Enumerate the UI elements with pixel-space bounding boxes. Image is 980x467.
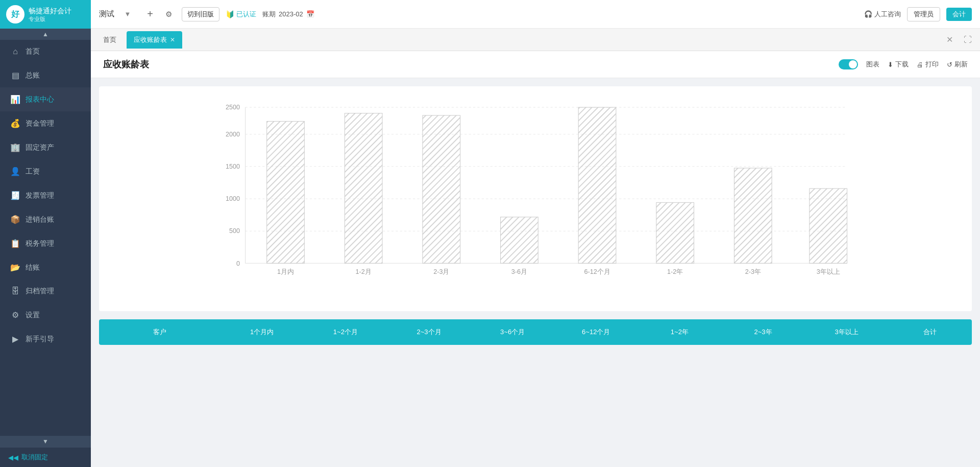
svg-text:2-3年: 2-3年 (745, 268, 761, 275)
sidebar-item-fund[interactable]: 💰 资金管理 (0, 111, 91, 135)
add-button[interactable]: + (143, 7, 157, 21)
shield-icon: 🔰 (226, 10, 234, 18)
sidebar-item-label: 进销台账 (26, 215, 54, 224)
sidebar-item-archive[interactable]: 🗄 归档管理 (0, 279, 91, 303)
sidebar-item-payroll[interactable]: 👤 工资 (0, 159, 91, 183)
svg-text:2000: 2000 (226, 131, 240, 138)
svg-text:2-3月: 2-3月 (433, 268, 449, 275)
sidebar-item-invoice[interactable]: 🧾 发票管理 (0, 183, 91, 207)
col-3plus: 3年以上 (805, 319, 889, 345)
sidebar-item-tax[interactable]: 📋 税务管理 (0, 231, 91, 255)
home-icon: ⌂ (10, 47, 20, 56)
sidebar-item-home[interactable]: ⌂ 首页 (0, 40, 91, 63)
print-label: 打印 (925, 60, 939, 69)
certified-text: 已认证 (236, 10, 256, 19)
sidebar-item-label: 首页 (26, 47, 40, 56)
chart-toggle-label: 图表 (866, 60, 879, 69)
svg-text:0: 0 (236, 260, 240, 267)
close-tool-button[interactable]: ✕ (942, 33, 957, 47)
print-icon: 🖨 (917, 61, 923, 68)
download-icon: ⬇ (888, 61, 893, 68)
refresh-button[interactable]: ↺ 刷新 (947, 60, 968, 69)
logo-icon: 好 (6, 5, 24, 24)
table-header: 客户 1个月内 1~2个月 2~3个月 3~6个月 6~12个月 1~2年 2~… (99, 319, 972, 345)
bar-1 (267, 121, 305, 263)
svg-text:6-12个月: 6-12个月 (584, 268, 610, 275)
svg-text:500: 500 (229, 227, 240, 235)
topbar: 测试 ▼ + ⚙ 切到旧版 🔰 已认证 账期 2023-02 📅 🎧 人工咨询 … (91, 0, 980, 29)
period-info: 账期 2023-02 📅 (262, 10, 314, 19)
guide-icon: ▶ (10, 334, 20, 344)
bar-7 (734, 168, 772, 263)
print-button[interactable]: 🖨 打印 (917, 60, 939, 69)
bar-5 (578, 107, 616, 263)
scroll-up-button[interactable]: ▲ (0, 29, 91, 40)
topbar-actions: + ⚙ (143, 7, 176, 21)
account-button[interactable]: 会计 (946, 8, 972, 21)
invoice-icon: 🧾 (10, 191, 20, 200)
calendar-icon[interactable]: 📅 (306, 10, 314, 18)
expand-tool-button[interactable]: ⛶ (961, 33, 975, 47)
sidebar-item-general-ledger[interactable]: ▤ 总账 (0, 63, 91, 87)
sidebar-item-fixed-assets[interactable]: 🏢 固定资产 (0, 135, 91, 159)
refresh-label: 刷新 (954, 60, 968, 69)
period-value: 2023-02 (279, 10, 303, 18)
col-6-12month: 6~12个月 (554, 319, 638, 345)
admin-button[interactable]: 管理员 (907, 7, 940, 21)
sidebar-item-label: 报表中心 (26, 95, 54, 104)
chart-container: 0 500 1000 1500 2000 2500 1月内 (99, 86, 972, 311)
chart-wrapper: 0 500 1000 1500 2000 2500 1月内 (109, 97, 962, 301)
col-customer: 客户 (99, 319, 220, 345)
logo-text: 畅捷通好会计 专业版 (29, 6, 71, 22)
chart-toggle[interactable] (839, 59, 858, 69)
consult-label: 人工咨询 (874, 10, 901, 19)
tab-close-button[interactable]: ✕ (170, 36, 175, 43)
app-edition: 专业版 (29, 15, 71, 22)
svg-text:2500: 2500 (226, 104, 240, 111)
sidebar-item-trade[interactable]: 📦 进销台账 (0, 207, 91, 231)
sidebar-item-settings[interactable]: ⚙ 设置 (0, 303, 91, 327)
certified-status: 🔰 已认证 (226, 10, 256, 19)
cancel-fixed-button[interactable]: ◀◀ 取消固定 (0, 447, 91, 467)
bar-6 (656, 202, 694, 263)
payroll-icon: 👤 (10, 167, 20, 176)
assets-icon: 🏢 (10, 143, 20, 152)
sidebar-item-label: 新手引导 (26, 335, 54, 344)
sidebar-item-label: 总账 (26, 71, 40, 80)
sidebar-item-label: 发票管理 (26, 191, 54, 200)
tabbar: 首页 应收账龄表 ✕ ✕ ⛶ (91, 29, 980, 51)
settlement-icon: 📂 (10, 263, 20, 272)
cancel-fixed-label: 取消固定 (21, 453, 48, 462)
col-2-3year: 2~3年 (721, 319, 805, 345)
scroll-down-button[interactable]: ▼ (0, 436, 91, 447)
scroll-up-area: ▲ (0, 29, 91, 40)
col-1-2month: 1~2个月 (304, 319, 387, 345)
reports-icon: 📊 (10, 95, 20, 104)
tab-tools: ✕ ⛶ (942, 33, 975, 47)
svg-text:3-6月: 3-6月 (511, 268, 527, 275)
page-actions: 图表 ⬇ 下载 🖨 打印 ↺ 刷新 (839, 59, 968, 69)
svg-text:1-2月: 1-2月 (356, 268, 372, 275)
sidebar-item-label: 设置 (26, 311, 40, 320)
consult-button[interactable]: 🎧 人工咨询 (864, 10, 901, 19)
tab-aging[interactable]: 应收账龄表 ✕ (127, 31, 182, 49)
pin-icon: ◀◀ (8, 454, 18, 461)
dropdown-button[interactable]: ▼ (120, 7, 135, 21)
sidebar-item-settlement[interactable]: 📂 结账 (0, 255, 91, 279)
svg-text:1-2年: 1-2年 (667, 268, 683, 275)
tab-aging-label: 应收账龄表 (134, 35, 167, 44)
content-area: 应收账龄表 图表 ⬇ 下载 🖨 打印 ↺ 刷新 (91, 51, 980, 467)
download-label: 下载 (895, 60, 909, 69)
sidebar-item-label: 归档管理 (26, 287, 54, 296)
period-label: 账期 (262, 10, 276, 19)
sidebar-item-label: 固定资产 (26, 143, 54, 152)
old-version-button[interactable]: 切到旧版 (182, 7, 219, 21)
settings-button[interactable]: ⚙ (161, 7, 176, 21)
tax-icon: 📋 (10, 239, 20, 248)
sidebar-item-reports[interactable]: 📊 报表中心 (0, 87, 91, 111)
sidebar-item-guide[interactable]: ▶ 新手引导 (0, 327, 91, 351)
download-button[interactable]: ⬇ 下载 (888, 60, 909, 69)
tab-home[interactable]: 首页 (96, 31, 124, 49)
col-1-2year: 1~2年 (638, 319, 722, 345)
table-container: 客户 1个月内 1~2个月 2~3个月 3~6个月 6~12个月 1~2年 2~… (99, 319, 972, 345)
